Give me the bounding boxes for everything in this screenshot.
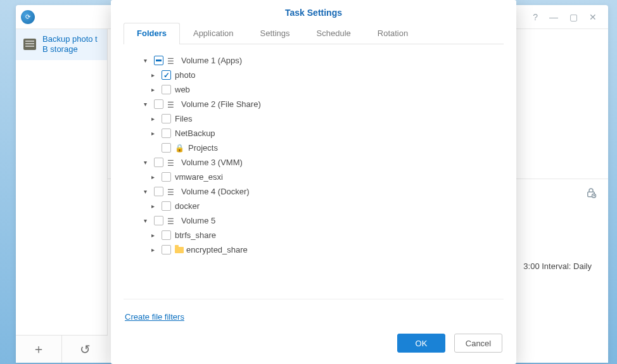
expand-toggle-icon[interactable]: ▾ bbox=[140, 159, 150, 166]
tree-label: NetBackup bbox=[175, 129, 215, 138]
app-icon: ⟳ bbox=[21, 10, 35, 24]
create-file-filters-link[interactable]: Create file filters bbox=[125, 312, 184, 322]
tree-label: Projects bbox=[188, 143, 218, 153]
checkbox[interactable] bbox=[162, 230, 171, 240]
expand-toggle-icon[interactable]: ▾ bbox=[140, 57, 150, 64]
task-label: Backup photo t B storage bbox=[42, 34, 101, 55]
window-controls: ? — ▢ ✕ bbox=[533, 12, 603, 22]
filter-link-row: Create file filters bbox=[124, 299, 504, 326]
tree-item[interactable]: ▸photo bbox=[129, 68, 499, 82]
window-minimize-icon[interactable]: — bbox=[549, 12, 558, 22]
sidebar-toolbar: ＋ ↺ bbox=[16, 335, 108, 363]
tree-volume[interactable]: ▾Volume 1 (Apps) bbox=[129, 53, 499, 68]
tree-label: web bbox=[175, 85, 190, 94]
task-list-item[interactable]: Backup photo t B storage bbox=[16, 29, 107, 60]
tree-volume[interactable]: ▾Volume 5 bbox=[129, 213, 499, 228]
tree-item[interactable]: ▸web bbox=[129, 82, 499, 97]
tree-label: Volume 1 (Apps) bbox=[181, 56, 242, 65]
tree-item[interactable]: ▸Files bbox=[129, 111, 499, 126]
checkbox[interactable] bbox=[154, 216, 163, 225]
tree-item[interactable]: ▸NetBackup bbox=[129, 126, 499, 141]
expand-toggle-icon[interactable]: ▾ bbox=[140, 101, 150, 108]
tree-label: Volume 5 bbox=[181, 216, 215, 225]
expand-toggle-icon[interactable]: ▸ bbox=[148, 115, 158, 122]
checkbox[interactable] bbox=[162, 245, 171, 254]
dialog-title: Task Settings bbox=[111, 0, 516, 23]
tab-rotation[interactable]: Rotation bbox=[364, 23, 421, 44]
tree-label: Volume 2 (File Share) bbox=[181, 99, 261, 109]
expand-toggle-icon[interactable]: ▸ bbox=[148, 246, 158, 253]
volume-icon bbox=[167, 56, 177, 65]
task-sidebar: Backup photo t B storage ＋ ↺ bbox=[16, 29, 108, 363]
lock-icon: 🔒 bbox=[175, 144, 184, 153]
expand-toggle-icon[interactable]: ▸ bbox=[148, 72, 158, 78]
checkbox[interactable] bbox=[162, 129, 171, 138]
ok-button[interactable]: OK bbox=[397, 334, 445, 353]
window-help-icon[interactable]: ? bbox=[533, 12, 538, 22]
tree-label: Files bbox=[175, 114, 192, 123]
volume-icon bbox=[167, 158, 177, 167]
tree-label: btrfs_share bbox=[175, 230, 216, 240]
checkbox[interactable] bbox=[162, 172, 171, 182]
tree-label: Volume 3 (VMM) bbox=[181, 158, 243, 167]
tree-item[interactable]: ▸🔒Projects bbox=[129, 141, 499, 155]
tree-volume[interactable]: ▾Volume 2 (File Share) bbox=[129, 97, 499, 111]
expand-toggle-icon[interactable]: ▾ bbox=[140, 188, 150, 195]
expand-toggle-icon[interactable]: ▸ bbox=[148, 203, 158, 210]
tree-volume[interactable]: ▾Volume 4 (Docker) bbox=[129, 184, 499, 199]
checkbox[interactable] bbox=[162, 114, 171, 123]
tree-label: docker bbox=[175, 201, 200, 211]
tab-schedule[interactable]: Schedule bbox=[303, 23, 364, 44]
folder-tree: ▾Volume 1 (Apps)▸photo▸web▾Volume 2 (Fil… bbox=[122, 44, 505, 299]
dialog-footer: OK Cancel bbox=[111, 326, 516, 364]
expand-toggle-icon[interactable]: ▸ bbox=[148, 86, 158, 93]
add-task-button[interactable]: ＋ bbox=[16, 336, 62, 363]
checkbox[interactable] bbox=[162, 201, 171, 211]
volume-icon bbox=[167, 217, 177, 225]
volume-icon bbox=[167, 187, 177, 196]
folder-icon bbox=[175, 247, 184, 253]
checkbox[interactable] bbox=[154, 56, 163, 65]
tree-item[interactable]: ▸vmware_esxi bbox=[129, 170, 499, 184]
expand-toggle-icon[interactable]: ▸ bbox=[148, 130, 158, 137]
task-settings-dialog: Task Settings FoldersApplicationSettings… bbox=[111, 0, 516, 364]
window-close-icon[interactable]: ✕ bbox=[589, 12, 597, 22]
tree-label: photo bbox=[175, 70, 196, 80]
tree-item[interactable]: ▸encrypted_share bbox=[129, 242, 499, 257]
checkbox[interactable] bbox=[154, 187, 163, 196]
calendar-icon bbox=[23, 39, 36, 50]
tree-item[interactable]: ▸docker bbox=[129, 199, 499, 213]
tree-item[interactable]: ▸btrfs_share bbox=[129, 228, 499, 242]
volume-icon bbox=[167, 100, 177, 109]
window-maximize-icon[interactable]: ▢ bbox=[569, 12, 578, 22]
history-button[interactable]: ↺ bbox=[62, 336, 108, 363]
cancel-button[interactable]: Cancel bbox=[454, 334, 502, 353]
checkbox[interactable] bbox=[162, 85, 171, 94]
checkbox[interactable] bbox=[154, 99, 163, 109]
tree-label: Volume 4 (Docker) bbox=[181, 187, 250, 196]
expand-toggle-icon[interactable]: ▾ bbox=[140, 217, 150, 224]
tab-bar: FoldersApplicationSettingsScheduleRotati… bbox=[124, 23, 504, 44]
tree-label: encrypted_share bbox=[186, 245, 248, 254]
tree-label: vmware_esxi bbox=[175, 172, 223, 182]
tab-settings[interactable]: Settings bbox=[247, 23, 303, 44]
checkbox[interactable] bbox=[154, 158, 163, 167]
tree-volume[interactable]: ▾Volume 3 (VMM) bbox=[129, 155, 499, 170]
lock-icon bbox=[585, 186, 598, 199]
tab-folders[interactable]: Folders bbox=[124, 23, 180, 44]
tab-application[interactable]: Application bbox=[180, 23, 247, 44]
schedule-summary: 3:00 Interval: Daily bbox=[523, 261, 592, 271]
expand-toggle-icon[interactable]: ▸ bbox=[148, 173, 158, 180]
checkbox[interactable] bbox=[162, 70, 171, 80]
expand-toggle-icon[interactable]: ▸ bbox=[148, 232, 158, 239]
checkbox[interactable] bbox=[162, 143, 171, 153]
